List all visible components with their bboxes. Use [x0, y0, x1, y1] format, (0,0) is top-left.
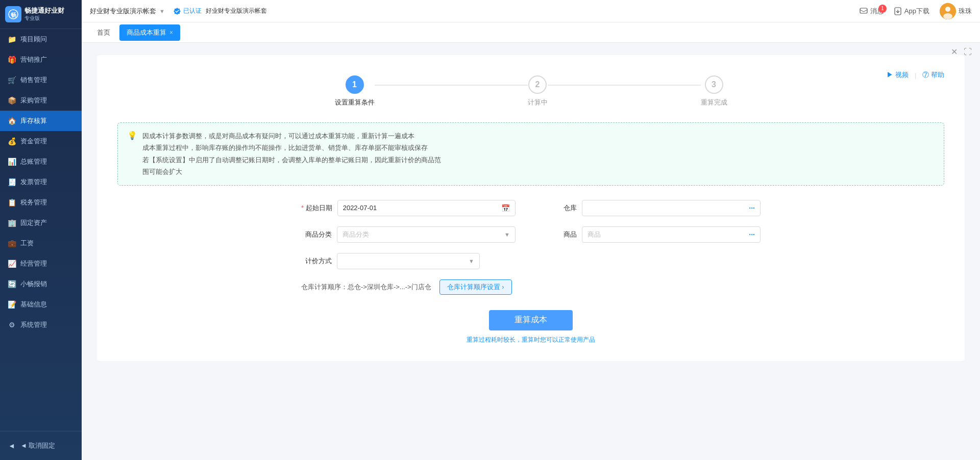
- sidebar-item-label-tax: 税务管理: [20, 198, 47, 207]
- invoice-icon: 🧾: [7, 177, 16, 187]
- calendar-icon[interactable]: 📅: [501, 204, 510, 212]
- recalc-hint: 重算过程耗时较长，重算时您可以正常使用产品: [467, 336, 595, 344]
- project-icon: 📁: [7, 35, 16, 44]
- sidebar-item-label-system: 系统管理: [20, 320, 47, 329]
- start-date-input[interactable]: [343, 204, 501, 212]
- expand-window-button[interactable]: ⛶: [964, 47, 972, 57]
- warehouse-order-settings-button[interactable]: 仓库计算顺序设置 ›: [439, 279, 512, 295]
- step-1-circle: 1: [346, 75, 364, 94]
- sidebar-logo: 畅 畅捷通好业财 专业版: [0, 0, 82, 29]
- product-placeholder: 商品: [587, 230, 601, 239]
- sidebar-item-operations[interactable]: 📈 经营管理: [0, 253, 82, 274]
- tab-home[interactable]: 首页: [90, 24, 117, 41]
- svg-text:畅: 畅: [11, 12, 16, 18]
- warehouse-more-btn[interactable]: ···: [749, 204, 755, 212]
- sidebar-item-label-operations: 经营管理: [20, 259, 47, 268]
- notice-icon: 💡: [127, 131, 137, 140]
- account-display-name: 好业财专业版演示帐套: [206, 7, 267, 15]
- sidebar-item-assets[interactable]: 🏢 固定资产: [0, 213, 82, 233]
- notice-content: 因成本计算参数调整，或是对商品成本有疑问时，可以通过成本重算功能，重新计算一遍成…: [142, 130, 441, 178]
- sidebar-item-purchase[interactable]: 📦 采购管理: [0, 90, 82, 111]
- category-dropdown-arrow: ▼: [504, 232, 510, 238]
- app-download-button[interactable]: App下载: [894, 7, 929, 16]
- sidebar-item-marketing[interactable]: 🎁 营销推广: [0, 49, 82, 70]
- avatar: [940, 3, 956, 19]
- system-icon: ⚙: [7, 320, 16, 329]
- marketing-icon: 🎁: [7, 55, 16, 64]
- account-selector[interactable]: 好业财专业版演示帐套 ▼: [90, 7, 165, 16]
- sidebar-item-label-finance: 资金管理: [20, 137, 47, 146]
- warehouse-select[interactable]: ···: [582, 200, 761, 216]
- warehouse-order-btn-label: 仓库计算顺序设置 ›: [447, 283, 504, 292]
- sidebar-bottom: ◄ ◄ 取消固定: [0, 431, 82, 460]
- sidebar-item-tax[interactable]: 📋 税务管理: [0, 192, 82, 213]
- purchase-icon: 📦: [7, 96, 16, 105]
- product-select[interactable]: 商品 ···: [582, 226, 761, 243]
- tab-recalc-label: 商品成本重算: [127, 28, 166, 37]
- sidebar-item-project[interactable]: 📁 项目顾问: [0, 29, 82, 49]
- message-button[interactable]: 消息 1: [860, 7, 884, 16]
- step-line-1-2: [375, 85, 528, 86]
- warehouse-label: 仓库: [546, 203, 577, 213]
- sidebar-item-expense[interactable]: 🔄 小畅报销: [0, 274, 82, 294]
- recalc-button[interactable]: 重算成本: [489, 310, 573, 330]
- sidebar-item-inventory[interactable]: 🏠 库存核算: [0, 111, 82, 131]
- pricing-select[interactable]: ▼: [337, 253, 480, 269]
- sidebar-item-accounting[interactable]: 📊 总账管理: [0, 151, 82, 172]
- form-grid: 起始日期 📅 仓库 ···: [301, 200, 761, 243]
- start-date-label: 起始日期: [301, 203, 332, 213]
- step-2: 2 计算中: [528, 75, 548, 107]
- sidebar-item-basic[interactable]: 📝 基础信息: [0, 294, 82, 315]
- app-download-label: App下载: [904, 7, 929, 16]
- tab-recalc[interactable]: 商品成本重算 ×: [119, 24, 180, 41]
- basic-icon: 📝: [7, 300, 16, 309]
- category-label: 商品分类: [301, 230, 332, 239]
- warehouse-order-row: 仓库计算顺序：总仓->深圳仓库->...->门店仓 仓库计算顺序设置 ›: [301, 279, 761, 295]
- sidebar-item-label-sales: 销售管理: [20, 75, 47, 85]
- step-1: 1 设置重算条件: [335, 75, 375, 107]
- recalc-section: 重算成本 重算过程耗时较长，重算时您可以正常使用产品: [301, 310, 761, 344]
- category-row: 商品分类 商品分类 ▼: [301, 226, 516, 243]
- sidebar-item-label-basic: 基础信息: [20, 300, 47, 309]
- recalc-button-label: 重算成本: [514, 315, 547, 324]
- step-indicator: 1 设置重算条件 2 计算中 3 重算完成: [117, 70, 944, 122]
- start-date-input-wrapper[interactable]: 📅: [337, 200, 516, 216]
- unpin-icon: ◄: [7, 441, 16, 450]
- sidebar-item-label-inventory: 库存核算: [20, 116, 47, 125]
- unpin-button[interactable]: ◄ ◄ 取消固定: [0, 437, 82, 455]
- user-profile[interactable]: 珠珠: [940, 3, 972, 19]
- pricing-label: 计价方式: [301, 257, 332, 266]
- form-container: 起始日期 📅 仓库 ···: [301, 200, 761, 344]
- step-2-circle: 2: [528, 75, 547, 94]
- sidebar-item-invoice[interactable]: 🧾 发票管理: [0, 172, 82, 192]
- tab-home-label: 首页: [97, 28, 110, 37]
- category-placeholder: 商品分类: [342, 230, 369, 239]
- top-bar-right: 消息 1 App下载 珠珠: [860, 3, 972, 19]
- operations-icon: 📈: [7, 259, 16, 268]
- product-row: 商品 商品 ···: [546, 226, 761, 243]
- unpin-label: ◄ 取消固定: [20, 441, 55, 450]
- sidebar-item-salary[interactable]: 💼 工资: [0, 233, 82, 253]
- sales-icon: 🛒: [7, 75, 16, 85]
- sidebar-item-finance[interactable]: 💰 资金管理: [0, 131, 82, 151]
- expense-icon: 🔄: [7, 279, 16, 289]
- content-area: ✕ ⛶ ▶ 视频 | ⑦ 帮助 1 设置重算条件: [82, 43, 980, 460]
- logo-icon: 畅: [5, 6, 21, 22]
- sidebar-item-label-assets: 固定资产: [20, 218, 47, 227]
- tax-icon: 📋: [7, 198, 16, 207]
- product-more-btn[interactable]: ···: [749, 231, 755, 239]
- step-3-label: 重算完成: [701, 98, 727, 107]
- sidebar-item-label-project: 项目顾问: [20, 35, 47, 44]
- pricing-row: 计价方式 ▼: [301, 253, 761, 269]
- account-name-display: 好业财专业版演示帐套: [90, 7, 156, 16]
- tab-close-button[interactable]: ×: [169, 29, 173, 36]
- user-name: 珠珠: [959, 7, 972, 16]
- warehouse-order-text: 仓库计算顺序：总仓->深圳仓库->...->门店仓: [301, 283, 431, 292]
- sidebar: 畅 畅捷通好业财 专业版 📁 项目顾问 🎁 营销推广 🛒 销售管理 📦 采购管理…: [0, 0, 82, 460]
- sidebar-item-sales[interactable]: 🛒 销售管理: [0, 70, 82, 90]
- notification-count: 1: [878, 5, 887, 13]
- sidebar-item-system[interactable]: ⚙ 系统管理: [0, 315, 82, 335]
- verified-badge: 已认证 好业财专业版演示帐套: [173, 7, 267, 15]
- sidebar-item-label-marketing: 营销推广: [20, 55, 47, 64]
- category-select[interactable]: 商品分类 ▼: [337, 226, 516, 243]
